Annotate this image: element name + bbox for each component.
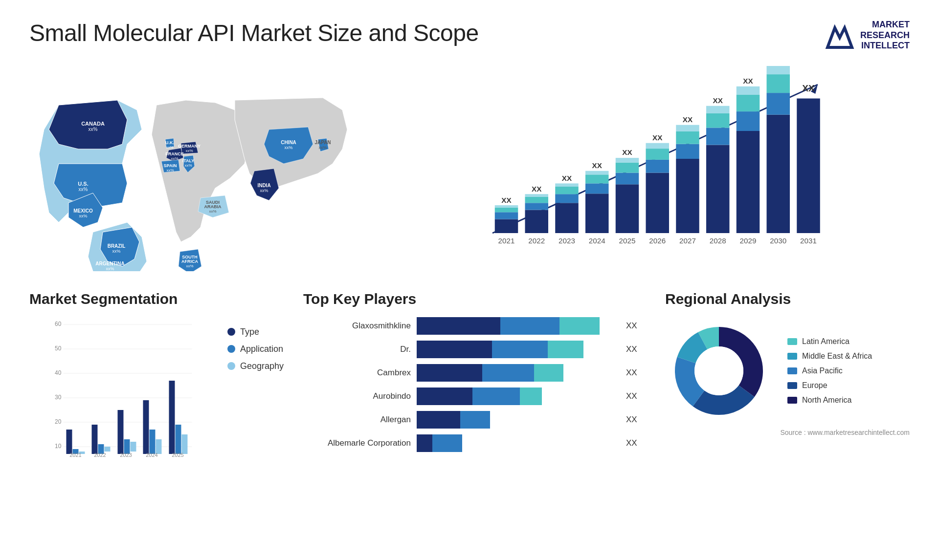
logo-line3: INTELLECT	[860, 41, 910, 51]
svg-text:50: 50	[55, 345, 62, 352]
svg-text:2021: 2021	[69, 452, 81, 458]
svg-rect-47	[555, 194, 579, 203]
svg-text:ARABIA: ARABIA	[204, 204, 222, 209]
world-map: CANADA xx% U.S. xx% MEXICO xx% BRAZIL xx…	[29, 66, 372, 271]
svg-rect-36	[495, 219, 518, 233]
svg-rect-114	[91, 425, 97, 454]
legend-dot-application	[227, 345, 235, 353]
svg-rect-51	[585, 194, 609, 233]
svg-rect-57	[616, 172, 639, 184]
bar-seg1	[417, 434, 432, 452]
bar-seg1	[417, 388, 472, 405]
svg-text:XX: XX	[743, 77, 753, 85]
svg-text:XX: XX	[532, 184, 541, 193]
donut-chart-svg	[665, 317, 773, 425]
bottom-section: Market Segmentation 60 50 40 30 20 10	[29, 291, 910, 464]
player-bar-cambrex	[417, 364, 615, 382]
svg-rect-63	[646, 149, 670, 160]
svg-rect-78	[737, 95, 760, 111]
bar-seg3	[534, 364, 564, 382]
svg-rect-53	[585, 174, 609, 183]
regional-panel: Regional Analysis	[665, 291, 910, 464]
svg-rect-37	[495, 212, 518, 219]
player-name-aurobindo: Aurobindo	[303, 391, 411, 401]
segmentation-title: Market Segmentation	[29, 291, 284, 307]
svg-text:xx%: xx%	[318, 145, 327, 150]
svg-rect-124	[175, 425, 181, 454]
svg-text:2023: 2023	[559, 237, 575, 245]
svg-text:20: 20	[55, 418, 62, 425]
svg-rect-72	[706, 128, 730, 145]
svg-rect-81	[767, 115, 790, 233]
svg-rect-69	[676, 125, 699, 131]
legend-latin-america: Latin America	[787, 337, 872, 346]
top-section: CANADA xx% U.S. xx% MEXICO xx% BRAZIL xx…	[29, 66, 910, 271]
svg-rect-61	[646, 172, 670, 233]
svg-rect-67	[676, 144, 699, 158]
donut-area: Latin America Middle East & Africa Asia …	[665, 317, 910, 425]
bar-seg3	[548, 341, 583, 358]
player-row-dr: Dr. XX	[303, 341, 646, 358]
svg-rect-82	[767, 93, 790, 115]
legend-color-mea	[787, 353, 797, 360]
logo-area: MARKET RESEARCH INTELLECT	[825, 20, 910, 51]
svg-rect-48	[555, 187, 579, 194]
svg-text:2022: 2022	[94, 452, 106, 458]
svg-rect-111	[66, 430, 72, 454]
player-val-glaxo: XX	[626, 321, 646, 331]
growth-chart-svg: XX XX XX XX	[391, 66, 910, 252]
page-title: Small Molecular API Market Size and Scop…	[29, 20, 479, 46]
legend-europe: Europe	[787, 381, 872, 390]
svg-text:AFRICA: AFRICA	[181, 259, 198, 264]
player-bar-albemarle	[417, 434, 615, 452]
svg-rect-116	[104, 447, 110, 452]
svg-text:XX: XX	[683, 115, 693, 124]
player-name-albemarle: Albemarle Corporation	[303, 438, 411, 448]
svg-text:BRAZIL: BRAZIL	[108, 243, 126, 249]
players-panel: Top Key Players Glaxosmithkline XX Dr.	[303, 291, 646, 464]
player-val-aurobindo: XX	[626, 391, 646, 401]
player-bar-glaxo	[417, 317, 615, 335]
player-name-cambrex: Cambrex	[303, 368, 411, 378]
player-val-cambrex: XX	[626, 368, 646, 378]
players-list: Glaxosmithkline XX Dr.	[303, 317, 646, 452]
donut-legend: Latin America Middle East & Africa Asia …	[787, 337, 872, 405]
svg-rect-68	[676, 131, 699, 144]
svg-text:JAPAN: JAPAN	[314, 140, 331, 145]
legend-dot-geography	[227, 362, 235, 370]
players-title: Top Key Players	[303, 291, 646, 307]
bar-seg1	[417, 317, 500, 335]
svg-point-137	[694, 346, 743, 395]
bar-seg2	[432, 434, 462, 452]
svg-text:2024: 2024	[589, 237, 605, 245]
growth-chart: XX XX XX XX	[391, 66, 910, 271]
svg-text:XX: XX	[592, 161, 602, 170]
player-row-albemarle: Albemarle Corporation XX	[303, 434, 646, 452]
svg-rect-74	[706, 106, 730, 113]
legend-color-latin-america	[787, 338, 797, 345]
legend-asia-pacific: Asia Pacific	[787, 366, 872, 375]
svg-rect-38	[495, 208, 518, 213]
legend-label-application: Application	[240, 344, 283, 354]
bar-seg2	[492, 341, 548, 358]
svg-text:2029: 2029	[740, 237, 757, 245]
svg-text:xx%: xx%	[166, 168, 174, 172]
legend-label-europe: Europe	[802, 381, 827, 390]
logo-line1: MARKET	[860, 20, 910, 30]
svg-text:XX: XX	[562, 173, 572, 182]
svg-text:SPAIN: SPAIN	[164, 163, 177, 168]
legend-dot-type	[227, 328, 235, 336]
svg-text:GERMANY: GERMANY	[178, 144, 201, 149]
svg-text:XX: XX	[501, 196, 511, 204]
svg-rect-59	[616, 158, 639, 163]
legend-color-north-america	[787, 397, 797, 404]
legend-label-asia-pacific: Asia Pacific	[802, 366, 843, 375]
svg-rect-79	[737, 86, 760, 95]
logo-line2: RESEARCH	[860, 30, 910, 41]
svg-text:INDIA: INDIA	[257, 183, 270, 188]
regional-title: Regional Analysis	[665, 291, 910, 307]
svg-text:xx%: xx%	[112, 249, 120, 254]
svg-rect-83	[767, 74, 790, 93]
svg-rect-77	[737, 111, 760, 131]
svg-text:ITALY: ITALY	[182, 158, 195, 163]
